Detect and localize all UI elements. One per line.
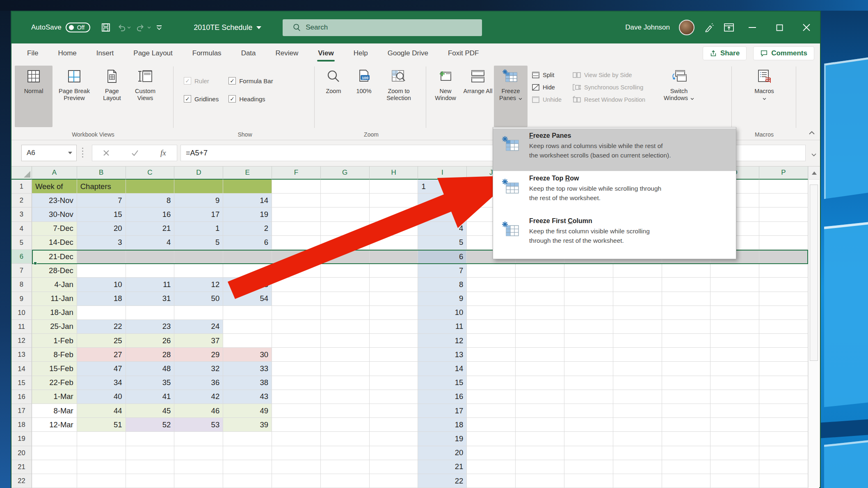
insert-function-icon[interactable]: fx — [160, 148, 166, 157]
cell-K19[interactable] — [516, 432, 564, 446]
cell-N13[interactable] — [662, 348, 711, 362]
column-header-B[interactable]: B — [77, 166, 126, 180]
cell-O14[interactable] — [710, 362, 759, 376]
row-header-15[interactable]: 15 — [11, 376, 32, 390]
cell-C13[interactable]: 28 — [126, 348, 175, 362]
tab-help[interactable]: Help — [353, 47, 369, 60]
autosave-toggle[interactable]: Off — [66, 23, 90, 32]
menu-item-freeze-panes[interactable]: Freeze Panes Keep rows and columns visib… — [493, 128, 736, 171]
cell-A7[interactable]: 28-Dec — [32, 264, 77, 278]
row-header-14[interactable]: 14 — [11, 362, 32, 376]
cell-N20[interactable] — [662, 446, 711, 460]
cell-D21[interactable] — [174, 460, 223, 474]
qat-customize-button[interactable] — [157, 25, 162, 30]
cell-F4[interactable] — [272, 222, 321, 236]
cell-E5[interactable]: 6 — [223, 236, 272, 250]
cell-M7[interactable] — [613, 264, 662, 278]
cell-N19[interactable] — [662, 432, 711, 446]
cell-A4[interactable]: 7-Dec — [32, 222, 77, 236]
menu-item-freeze-first-column[interactable]: Freeze First Column Keep the first colum… — [493, 214, 736, 256]
cell-P11[interactable] — [759, 320, 808, 334]
cell-K20[interactable] — [516, 446, 564, 460]
cell-E1[interactable] — [223, 180, 272, 194]
cell-J11[interactable] — [467, 320, 516, 334]
cell-E14[interactable]: 33 — [223, 362, 272, 376]
cell-F6[interactable] — [272, 250, 321, 264]
cell-D3[interactable]: 17 — [174, 208, 223, 221]
cell-M16[interactable] — [613, 390, 662, 404]
cell-H19[interactable] — [370, 432, 418, 446]
cell-G21[interactable] — [321, 460, 370, 474]
cell-K17[interactable] — [516, 404, 564, 418]
cell-M18[interactable] — [613, 418, 662, 432]
cell-A22[interactable] — [32, 474, 77, 488]
cell-H16[interactable] — [370, 390, 418, 404]
cell-N11[interactable] — [662, 320, 711, 334]
cell-I2[interactable]: 2 — [418, 194, 467, 208]
cell-B17[interactable]: 44 — [77, 404, 126, 418]
cell-C19[interactable] — [126, 432, 175, 446]
cell-M17[interactable] — [613, 404, 662, 418]
cell-H5[interactable] — [370, 236, 418, 250]
cell-L19[interactable] — [564, 432, 613, 446]
cell-E9[interactable]: 54 — [223, 292, 272, 306]
cell-D9[interactable]: 50 — [174, 292, 223, 306]
cell-B20[interactable] — [77, 446, 126, 460]
cell-E8[interactable]: 13 — [223, 278, 272, 292]
cell-A11[interactable]: 25-Jan — [32, 320, 77, 334]
cell-P12[interactable] — [759, 334, 808, 348]
ink-pen-icon[interactable] — [704, 22, 714, 33]
cell-I20[interactable]: 20 — [418, 446, 467, 460]
cell-F1[interactable] — [272, 180, 321, 194]
cell-P16[interactable] — [759, 390, 808, 404]
cell-O13[interactable] — [710, 348, 759, 362]
cell-O17[interactable] — [710, 404, 759, 418]
cell-H3[interactable] — [370, 208, 418, 221]
cell-H22[interactable] — [370, 474, 418, 488]
cell-A12[interactable]: 1-Feb — [32, 334, 77, 348]
cell-N15[interactable] — [662, 376, 711, 390]
collapse-ribbon-button[interactable] — [809, 129, 815, 137]
cell-K21[interactable] — [516, 460, 564, 474]
zoom-button[interactable]: Zoom — [318, 66, 349, 127]
tab-review[interactable]: Review — [275, 47, 299, 60]
cell-B5[interactable]: 3 — [77, 236, 126, 250]
cell-G16[interactable] — [321, 390, 370, 404]
cell-M19[interactable] — [613, 432, 662, 446]
tab-page-layout[interactable]: Page Layout — [132, 47, 173, 60]
cell-P13[interactable] — [759, 348, 808, 362]
cell-O16[interactable] — [710, 390, 759, 404]
cell-L12[interactable] — [564, 334, 613, 348]
tab-insert[interactable]: Insert — [96, 47, 115, 60]
cell-G4[interactable] — [321, 222, 370, 236]
cell-P21[interactable] — [759, 460, 808, 474]
cell-D18[interactable]: 53 — [174, 418, 223, 432]
cell-M13[interactable] — [613, 348, 662, 362]
cell-F17[interactable] — [272, 404, 321, 418]
cell-L15[interactable] — [564, 376, 613, 390]
cell-H9[interactable] — [370, 292, 418, 306]
cell-P20[interactable] — [759, 446, 808, 460]
cell-O18[interactable] — [710, 418, 759, 432]
column-header-I[interactable]: I — [418, 166, 467, 180]
row-header-9[interactable]: 9 — [11, 292, 32, 306]
cell-F15[interactable] — [272, 376, 321, 390]
cell-J14[interactable] — [467, 362, 516, 376]
cell-C7[interactable] — [126, 264, 175, 278]
cell-P18[interactable] — [759, 418, 808, 432]
cell-E4[interactable]: 2 — [223, 222, 272, 236]
cell-F13[interactable] — [272, 348, 321, 362]
row-header-12[interactable]: 12 — [11, 334, 32, 348]
cell-C14[interactable]: 48 — [126, 362, 175, 376]
reset-window-position-button[interactable]: Reset Window Position — [572, 96, 645, 103]
cell-I15[interactable]: 15 — [418, 376, 467, 390]
tab-view[interactable]: View — [317, 47, 334, 60]
cell-H1[interactable] — [370, 180, 418, 194]
gridlines-checkbox[interactable]: Gridlines — [184, 95, 219, 103]
cell-L17[interactable] — [564, 404, 613, 418]
cell-K9[interactable] — [516, 292, 564, 306]
cell-E2[interactable]: 14 — [223, 194, 272, 208]
cell-O20[interactable] — [710, 446, 759, 460]
cell-D8[interactable]: 12 — [174, 278, 223, 292]
cell-L20[interactable] — [564, 446, 613, 460]
